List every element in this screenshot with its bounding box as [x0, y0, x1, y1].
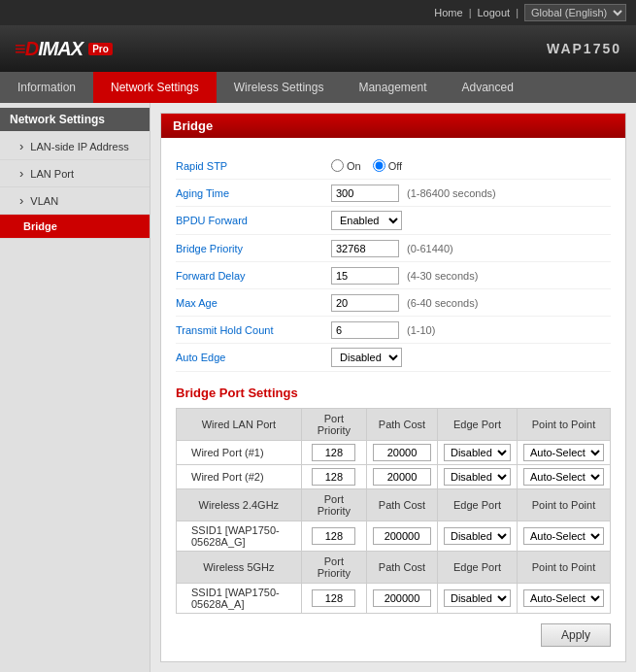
edge-port-cell: Disabled Enabled [437, 441, 517, 465]
col-path-cost-24: Path Cost [366, 489, 437, 521]
col-path-cost-5g: Path Cost [366, 552, 437, 584]
col-edge-5g: Edge Port [437, 552, 517, 584]
home-link[interactable]: Home [434, 7, 462, 18]
rapid-stp-on-text: On [347, 160, 361, 172]
card-header: Bridge [161, 114, 625, 138]
ptp-select[interactable]: Auto-Select Enabled Disabled [523, 589, 604, 607]
col-port-priority-5g: Port Priority [301, 552, 366, 584]
wireless-24-header-row: Wireless 2.4GHz Port Priority Path Cost … [177, 489, 611, 521]
col-port-priority-24: Port Priority [301, 489, 366, 521]
nav-advanced[interactable]: Advanced [444, 72, 530, 103]
path-cost-cell [366, 465, 437, 489]
path-cost-input[interactable] [373, 589, 431, 607]
bpdu-forward-row: BPDU Forward Enabled Disabled [176, 207, 611, 235]
sidebar-item-vlan[interactable]: VLAN [0, 187, 150, 215]
max-age-hint: (6-40 seconds) [407, 297, 478, 309]
max-age-input[interactable] [331, 294, 399, 312]
table-row: SSID1 [WAP1750-05628A_A] Disabled Enable… [177, 584, 611, 614]
rapid-stp-value: On Off [331, 159, 402, 172]
sidebar-item-lan-ip[interactable]: LAN-side IP Address [0, 133, 150, 160]
col-ptp-24: Point to Point [517, 489, 610, 521]
port-priority-input[interactable] [312, 589, 355, 607]
bridge-priority-label: Bridge Priority [176, 243, 331, 254]
transmit-hold-count-input[interactable] [331, 321, 399, 339]
table-row: Wired Port (#1) Disabled Enabled Auto-Se… [177, 441, 611, 465]
ptp-select[interactable]: Auto-Select Enabled Disabled [523, 468, 604, 486]
logout-link[interactable]: Logout [477, 7, 510, 18]
path-cost-cell [366, 584, 437, 614]
rapid-stp-off-text: Off [388, 160, 402, 172]
bpdu-forward-label: BPDU Forward [176, 215, 331, 226]
forward-delay-value: (4-30 seconds) [331, 267, 478, 285]
edge-port-select[interactable]: Disabled Enabled [444, 527, 511, 545]
port-priority-input[interactable] [312, 468, 355, 486]
port-priority-input[interactable] [312, 527, 355, 545]
col-path-cost-wired: Path Cost [366, 409, 437, 441]
path-cost-input[interactable] [373, 468, 431, 486]
top-bar: Home | Logout | Global (English) [0, 0, 636, 25]
port-priority-input[interactable] [312, 444, 355, 461]
auto-edge-row: Auto Edge Disabled Enabled [176, 344, 611, 372]
bpdu-forward-value: Enabled Disabled [331, 211, 402, 230]
col-point-to-point-wired: Point to Point [517, 409, 610, 441]
col-ptp-5g: Point to Point [517, 552, 610, 584]
main-panel: Bridge Rapid STP On Off [151, 103, 636, 672]
apply-button[interactable]: Apply [541, 623, 611, 647]
content-area: Network Settings LAN-side IP Address LAN… [0, 103, 636, 672]
edge-port-select[interactable]: Disabled Enabled [444, 468, 511, 486]
path-cost-input[interactable] [373, 444, 431, 461]
ptp-select[interactable]: Auto-Select Enabled Disabled [523, 444, 604, 461]
rapid-stp-on-radio[interactable] [331, 159, 344, 172]
ptp-select[interactable]: Auto-Select Enabled Disabled [523, 527, 604, 545]
path-cost-input[interactable] [373, 527, 431, 545]
edge-port-select[interactable]: Disabled Enabled [444, 589, 511, 607]
aging-time-hint: (1-86400 seconds) [407, 187, 496, 199]
auto-edge-select[interactable]: Disabled Enabled [331, 348, 402, 367]
forward-delay-input[interactable] [331, 267, 399, 285]
sidebar-item-lan-port[interactable]: LAN Port [0, 160, 150, 187]
apply-row: Apply [176, 623, 611, 647]
nav-management[interactable]: Management [341, 72, 444, 103]
rapid-stp-off-label[interactable]: Off [373, 159, 402, 172]
bridge-priority-input[interactable] [331, 240, 399, 257]
port-priority-cell [301, 465, 366, 489]
logo-pro: Pro [88, 43, 113, 55]
col-edge-24: Edge Port [437, 489, 517, 521]
logo-text: ≡DIMAX [15, 38, 83, 60]
aging-time-input[interactable] [331, 185, 399, 202]
max-age-label: Max Age [176, 297, 331, 309]
forward-delay-label: Forward Delay [176, 270, 331, 282]
bridge-priority-hint: (0-61440) [407, 243, 453, 254]
point-to-point-cell: Auto-Select Enabled Disabled [517, 441, 610, 465]
aging-time-value: (1-86400 seconds) [331, 185, 496, 202]
sidebar-item-bridge[interactable]: Bridge [0, 215, 150, 239]
main-nav: Information Network Settings Wireless Se… [0, 72, 636, 103]
wireless-24-section: Wireless 2.4GHz [177, 489, 302, 521]
bridge-port-settings-title: Bridge Port Settings [176, 386, 611, 400]
rapid-stp-row: Rapid STP On Off [176, 152, 611, 180]
port-priority-cell [301, 441, 366, 465]
edge-port-cell: Disabled Enabled [437, 465, 517, 489]
nav-network-settings[interactable]: Network Settings [93, 72, 217, 103]
nav-wireless-settings[interactable]: Wireless Settings [217, 72, 342, 103]
edge-port-select[interactable]: Disabled Enabled [444, 444, 511, 461]
rapid-stp-on-label[interactable]: On [331, 159, 361, 172]
port-priority-cell [301, 521, 366, 552]
path-cost-cell [366, 521, 437, 552]
auto-edge-value: Disabled Enabled [331, 348, 402, 367]
rapid-stp-off-radio[interactable] [373, 159, 385, 172]
col-wired-lan-port: Wired LAN Port [177, 409, 302, 441]
bridge-priority-row: Bridge Priority (0-61440) [176, 235, 611, 262]
header: ≡DIMAX Pro WAP1750 [0, 25, 636, 72]
transmit-hold-count-row: Transmit Hold Count (1-10) [176, 317, 611, 344]
bpdu-forward-select[interactable]: Enabled Disabled [331, 211, 402, 230]
auto-edge-label: Auto Edge [176, 352, 331, 363]
table-row: Wired Port (#2) Disabled Enabled Auto-Se… [177, 465, 611, 489]
port-name: SSID1 [WAP1750-05628A_A] [177, 584, 302, 614]
point-to-point-cell: Auto-Select Enabled Disabled [517, 521, 610, 552]
wireless-5g-section: Wireless 5GHz [177, 552, 302, 584]
language-select[interactable]: Global (English) [524, 4, 626, 21]
path-cost-cell [366, 441, 437, 465]
nav-information[interactable]: Information [0, 72, 93, 103]
table-row: SSID1 [WAP1750-05628A_G] Disabled Enable… [177, 521, 611, 552]
